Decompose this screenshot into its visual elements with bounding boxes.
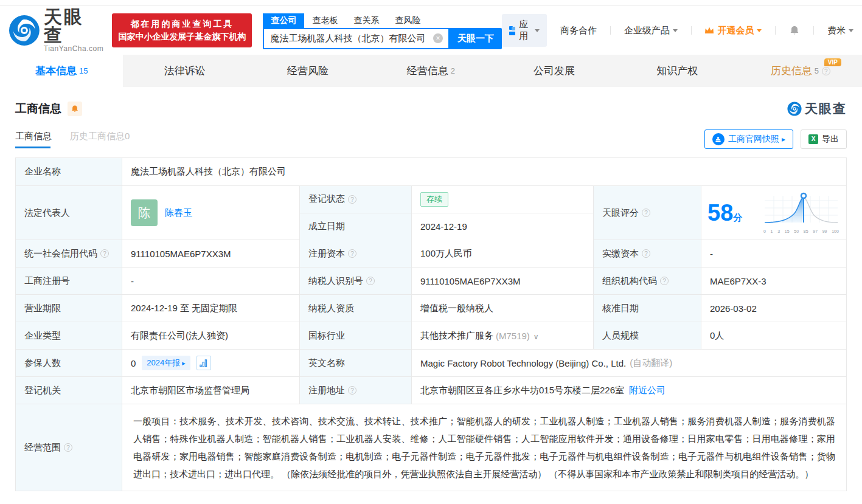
biz-term-value: 2024-12-19 至 无固定期限 [122,295,300,322]
tab-history-info[interactable]: VIP 历史信息5 [739,55,862,87]
label-text: 纳税人识别号 [308,275,363,287]
tab-operation-info[interactable]: 经营信息2 [369,55,492,87]
tab-legal-litigation[interactable]: 法律诉讼 [123,55,246,87]
legal-rep-avatar[interactable]: 陈 [131,199,158,226]
crown-icon [704,26,714,35]
nav-vip[interactable]: 开通会员 [704,25,762,36]
notification-bell-icon[interactable] [789,25,800,36]
stamp-icon [712,133,725,145]
tab-basic-info[interactable]: 基本信息15 [0,55,123,87]
chevron-down-icon[interactable] [530,331,539,341]
staff-size-value: 0人 [701,322,847,350]
search-button[interactable]: 天眼一下 [450,28,502,49]
help-icon[interactable] [348,249,356,258]
approval-date-value: 2026-03-02 [701,295,847,322]
search-area: 查公司 查老板 查关系 查风险 天眼一下 [263,12,502,49]
snapshot-label: 工商官网快照 [728,134,779,145]
reg-authority-label: 登记机关 [16,377,122,404]
score-distribution-chart: 0131550859799100 [762,192,840,233]
org-code-value: MAE6P7XX-3 [701,268,847,295]
legal-rep-link[interactable]: 陈春玉 [165,207,192,219]
paid-capital-label: 实缴资本 [594,240,701,268]
tab-intellectual-property[interactable]: 知识产权 [616,55,739,87]
help-icon[interactable] [100,249,109,258]
score-axis-labels: 0131550859799100 [762,229,840,233]
tab-count: 2 [451,66,455,75]
search-input[interactable] [264,33,433,44]
subtab-business-info[interactable]: 工商信息 [15,131,52,148]
reg-status-label: 登记状态 [300,186,412,213]
help-icon[interactable] [348,195,356,204]
tyc-score-label: 天眼评分 [594,186,701,240]
company-type-label: 企业类型 [16,322,122,350]
reg-number-value: - [122,268,300,295]
reg-number-label: 工商注册号 [16,268,122,295]
help-icon[interactable] [660,277,669,285]
help-icon[interactable] [642,209,650,217]
header: 天眼查 TianYanCha.com 都在用的商业查询工具 国家中小企业发展子基… [0,6,862,55]
business-info-table: 企业名称 魔法工场机器人科技（北京）有限公司 法定代表人 陈 陈春玉 登记状态 … [15,157,847,491]
search-tab-company[interactable]: 查公司 [263,13,304,28]
chevron-down-icon [849,29,853,32]
nav-cooperation[interactable]: 商务合作 [560,25,597,36]
main-content: 工商信息 天眼查 工商信息 历史工商信息0 工商官网快照 [0,100,862,491]
auto-translate-note: (自动翻译) [630,357,672,369]
reg-status-value: 存续 [412,186,594,213]
watermark-text: 天眼查 [805,100,847,117]
tab-label: 经营信息 [407,64,448,78]
slogan-banner: 都在用的商业查询工具 国家中小企业发展子基金旗下机构 [112,13,252,47]
biz-scope-value: 一般项目：技术服务、技术开发、技术咨询、技术交流、技术转让、技术推广；智能机器人… [122,404,847,491]
industry-value: 其他技术推广服务 (M7519) [412,322,594,350]
search-tab-risk[interactable]: 查风险 [387,13,428,28]
search-tabs: 查公司 查老板 查关系 查风险 [263,12,502,28]
official-snapshot-button[interactable]: 工商官网快照 [704,129,793,149]
help-icon[interactable] [348,386,356,395]
biz-scope-label: 经营范围 [16,404,122,491]
paid-capital-value: - [701,240,847,268]
tab-label: 法律诉讼 [164,64,206,78]
biz-term-label: 营业期限 [16,295,122,322]
tab-company-development[interactable]: 公司发展 [493,55,616,87]
nav-divider [775,26,776,35]
approval-date-label: 核准日期 [594,295,701,322]
top-strip [0,0,862,6]
subtab-history-business-info[interactable]: 历史工商信息0 [70,131,130,148]
clear-icon[interactable] [433,33,443,43]
help-icon[interactable] [366,277,375,285]
label-text: 登记状态 [308,193,345,205]
apps-grid-icon [509,26,515,35]
industry-code: (M7519) [496,331,530,341]
tab-label: 基本信息 [35,64,77,78]
taxpayer-id-value: 91110105MAE6P7XX3M [412,268,594,295]
top-nav: 应用 商务合作 企业级产品 开通会员 费米 [502,14,853,47]
apps-menu[interactable]: 应用 [502,14,547,47]
slogan-line1: 都在用的商业查询工具 [118,18,246,30]
help-icon[interactable] [822,67,830,75]
chart-icon[interactable] [196,356,211,370]
nearby-companies-link[interactable]: 附近公司 [629,385,666,396]
company-type-value: 有限责任公司(法人独资) [122,322,300,350]
search-tab-boss[interactable]: 查老板 [304,13,346,28]
nav-divider [610,26,611,35]
subscribe-bell-icon[interactable] [68,102,82,116]
nav-divider [813,26,814,35]
enterprise-label: 企业级产品 [624,25,670,35]
annual-report-badge[interactable]: 2024年报 [142,356,190,370]
tianyancha-logo[interactable]: 天眼查 TianYanCha.com [9,8,103,53]
reg-address-value: 北京市朝阳区豆各庄乡水牛坊015号东楼二层226室 附近公司 [412,377,847,404]
legal-rep-label: 法定代表人 [16,186,122,240]
help-icon[interactable] [64,443,72,452]
username: 费米 [827,25,846,36]
tianyancha-logo-icon [787,102,802,116]
search-tab-relation[interactable]: 查关系 [346,13,387,28]
user-menu[interactable]: 费米 [827,25,853,36]
help-icon[interactable] [642,249,650,258]
tab-operation-risk[interactable]: 经营风险 [246,55,369,87]
legal-rep-value: 陈 陈春玉 [122,186,300,240]
export-button[interactable]: 导出 [801,129,847,149]
company-name-value: 魔法工场机器人科技（北京）有限公司 [122,158,847,186]
nav-enterprise[interactable]: 企业级产品 [624,25,678,36]
insured-count-value: 0 2024年报 [122,350,300,377]
chevron-down-icon [757,29,762,32]
staff-size-label: 人员规模 [594,322,701,350]
